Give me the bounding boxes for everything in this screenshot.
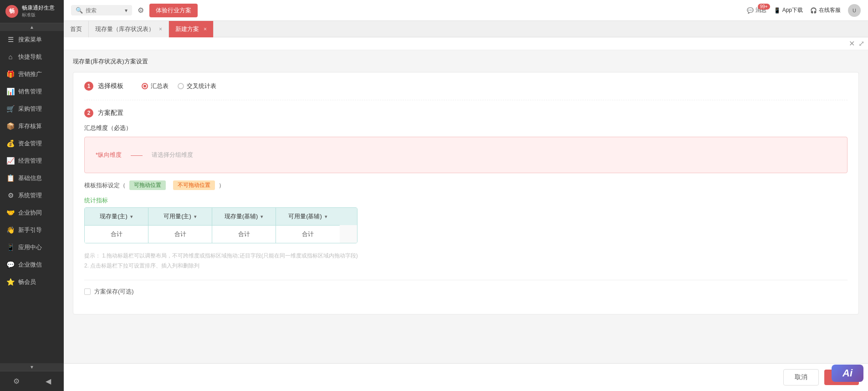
- step2-content: 汇总维度（必选） *纵向维度 —— 请选择分组维度 模板指标设定（ 可拖动位置: [84, 124, 848, 296]
- tip-1: 提示： 1.拖动标题栏可以调整布局，不可跨维度或指标区域拖动;还目字段(只能在同…: [84, 251, 848, 261]
- sidebar-item-guide[interactable]: 👋 新手引导: [0, 221, 64, 239]
- stats-body-row: 合计 合计 合计 合计: [85, 225, 357, 243]
- msg-badge: 99+: [758, 4, 770, 10]
- settings-button[interactable]: ⚙: [10, 375, 23, 387]
- gift-icon: 🎁: [6, 70, 15, 78]
- stats-col-4-value: 合计: [302, 230, 314, 238]
- sidebar-item-label: 采购管理: [18, 105, 42, 113]
- col1-chevron-icon[interactable]: ▾: [130, 214, 133, 220]
- stats-col-2-value: 合计: [174, 230, 186, 238]
- stats-col-4-header[interactable]: 可用量(基辅) ▾: [276, 208, 340, 225]
- tab-home-label: 首页: [70, 25, 82, 33]
- page-title: 现存量(库存状况表)方案设置: [73, 57, 859, 66]
- close-window-icon[interactable]: ✕: [849, 39, 855, 48]
- col3-chevron-icon[interactable]: ▾: [260, 214, 263, 220]
- home-icon: ⌂: [6, 53, 15, 61]
- template-options: 汇总表 交叉统计表: [142, 82, 216, 90]
- col4-chevron-icon[interactable]: ▾: [325, 214, 327, 220]
- indicators-suffix: ）: [219, 181, 225, 190]
- sidebar-item-management[interactable]: 📈 经营管理: [0, 152, 64, 170]
- step2-num: 2: [84, 108, 93, 118]
- tab-home[interactable]: 首页: [64, 21, 89, 37]
- sidebar-scroll-up[interactable]: ▲: [0, 23, 64, 31]
- tab-inventory-close[interactable]: ×: [159, 26, 162, 32]
- sidebar-item-marketing[interactable]: 🎁 营销推广: [0, 66, 64, 83]
- save-checkbox[interactable]: [84, 288, 91, 295]
- sidebar-item-system[interactable]: ⚙ 系统管理: [0, 187, 64, 204]
- sidebar-item-cooperation[interactable]: 🤝 企业协同: [0, 204, 64, 221]
- ai-badge[interactable]: Ai: [832, 365, 863, 382]
- stats-col-1-header[interactable]: 现存量(主) ▾: [85, 208, 148, 225]
- radio-summary[interactable]: 汇总表: [142, 82, 168, 90]
- col2-chevron-icon[interactable]: ▾: [194, 214, 197, 220]
- sidebar-scroll-down[interactable]: ▼: [0, 363, 64, 371]
- step1-num: 1: [84, 82, 93, 91]
- tabbar: 首页 现存量（库存状况表） × 新建方案 ×: [64, 21, 868, 37]
- app-name: 畅康通好生意: [22, 5, 55, 12]
- radio-cross[interactable]: 交叉统计表: [178, 82, 216, 90]
- settings-panel: 1 选择模板 汇总表 交叉统计表: [73, 72, 859, 314]
- tab-window: ✕ ⤢ 现存量(库存状况表)方案设置 1 选择模板 汇总表: [64, 37, 868, 391]
- tab-new-close[interactable]: ×: [204, 26, 207, 32]
- msg-icon: 💬: [747, 7, 754, 14]
- topbar-gear-icon[interactable]: ⚙: [138, 6, 144, 15]
- dimension-box[interactable]: *纵向维度 —— 请选择分组维度: [84, 137, 848, 173]
- stats-col-4-body: 合计: [276, 225, 340, 243]
- sidebar-item-label: 快捷导航: [18, 53, 42, 61]
- sidebar-item-sales[interactable]: 📊 销售管理: [0, 83, 64, 100]
- sidebar-item-label: 资金管理: [18, 139, 42, 148]
- topbar-avatar[interactable]: U: [848, 4, 861, 17]
- dimension-hint: 请选择分组维度: [152, 151, 193, 159]
- expand-window-icon[interactable]: ⤢: [858, 39, 864, 48]
- sidebar-item-label: 库存核算: [18, 122, 42, 130]
- collapse-button[interactable]: ◀: [42, 375, 55, 387]
- industry-btn[interactable]: 体验行业方案: [149, 4, 198, 17]
- sidebar-item-app-center[interactable]: 📱 应用中心: [0, 239, 64, 256]
- tab-new-plan[interactable]: 新建方案 ×: [169, 21, 214, 37]
- save-label: 方案保存(可选): [94, 288, 134, 296]
- handshake-icon: 🤝: [6, 209, 15, 217]
- box-icon: 📦: [6, 122, 15, 130]
- stats-col-2-header[interactable]: 可用量(主) ▾: [148, 208, 212, 225]
- stats-header-row: 现存量(主) ▾ 可用量(主) ▾ 现存量(基辅): [85, 208, 357, 225]
- stats-section: 统计指标 现存量(主) ▾ 可用量(主) ▾: [84, 196, 848, 245]
- topbar-msg[interactable]: 💬 消息 99+: [747, 6, 766, 14]
- sidebar-item-wechat[interactable]: 💬 企业微信: [0, 256, 64, 273]
- dimension-placeholder: *纵向维度 —— 请选择分组维度: [96, 151, 193, 159]
- avatar-text: U: [853, 8, 856, 13]
- topbar-app-download[interactable]: 📱 App下载: [774, 6, 803, 14]
- topbar-service[interactable]: 🎧 在线客服: [810, 6, 841, 14]
- cancel-button[interactable]: 取消: [783, 369, 819, 386]
- tips-section: 提示： 1.拖动标题栏可以调整布局，不可跨维度或指标区域拖动;还目字段(只能在同…: [84, 251, 848, 271]
- sidebar-nav: ☰ 搜索菜单 ⌂ 快捷导航 🎁 营销推广 📊 销售管理 🛒 采购管理 📦 库存核…: [0, 31, 64, 363]
- search-input[interactable]: [86, 7, 122, 14]
- sidebar-item-purchase[interactable]: 🛒 采购管理: [0, 100, 64, 118]
- stats-col-3-header[interactable]: 现存量(基辅) ▾: [212, 208, 276, 225]
- content-scroll-area: 现存量(库存状况表)方案设置 1 选择模板 汇总表: [64, 50, 868, 363]
- tab-inventory[interactable]: 现存量（库存状况表） ×: [89, 21, 169, 37]
- sidebar-item-basic-info[interactable]: 📋 基础信息: [0, 170, 64, 187]
- stats-col-3-body: 合计: [212, 225, 276, 243]
- sidebar-item-label: 企业微信: [18, 261, 42, 269]
- chart-icon: 📊: [6, 87, 15, 96]
- step1-section: 1 选择模板 汇总表 交叉统计表: [84, 82, 848, 91]
- sidebar-item-inventory[interactable]: 📦 库存核算: [0, 118, 64, 135]
- phone-icon: 📱: [6, 243, 15, 252]
- cart-icon: 🛒: [6, 105, 15, 113]
- sidebar-item-label: 经营管理: [18, 157, 42, 165]
- stats-col-2-label: 可用量(主): [163, 212, 191, 221]
- tab-inventory-label: 现存量（库存状况表）: [95, 25, 154, 33]
- sidebar-item-finance[interactable]: 💰 资金管理: [0, 135, 64, 152]
- sidebar-item-label: 营销推广: [18, 70, 42, 78]
- sidebar-logo: 畅 畅康通好生意 标准版: [0, 0, 64, 23]
- topbar-search-box[interactable]: 🔍 ▾: [71, 5, 132, 15]
- dropdown-icon[interactable]: ▾: [125, 7, 128, 14]
- step1-header: 1 选择模板 汇总表 交叉统计表: [84, 82, 848, 91]
- radio-summary-label: 汇总表: [151, 82, 168, 90]
- app-icon: 📱: [774, 7, 781, 14]
- sidebar-item-label: 应用中心: [18, 243, 42, 252]
- sidebar: 畅 畅康通好生意 标准版 ▲ ☰ 搜索菜单 ⌂ 快捷导航 🎁 营销推广 📊 销售…: [0, 0, 64, 391]
- sidebar-item-quicknav[interactable]: ⌂ 快捷导航: [0, 48, 64, 66]
- sidebar-item-search[interactable]: ☰ 搜索菜单: [0, 31, 64, 48]
- sidebar-item-member[interactable]: ⭐ 畅会员: [0, 273, 64, 291]
